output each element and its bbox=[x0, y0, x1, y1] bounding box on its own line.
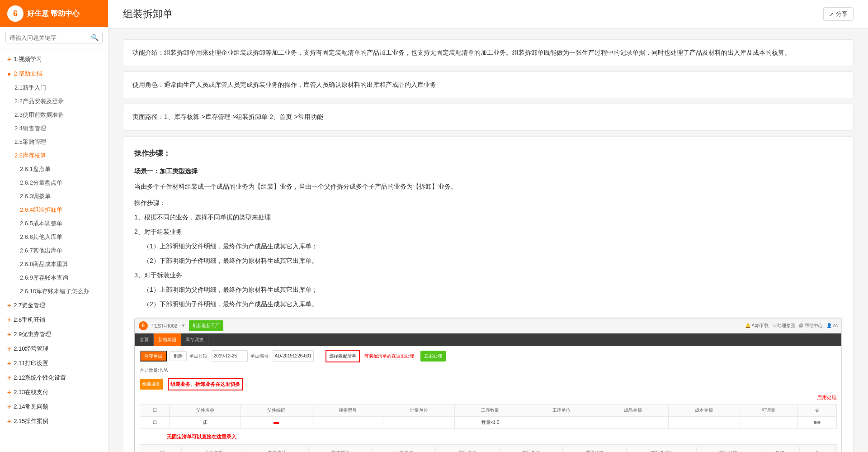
mock-td-unit2 bbox=[526, 417, 597, 429]
sidebar-item-docs-2-7[interactable]: + 2.7资金管理 bbox=[0, 298, 108, 313]
mock-th-3: 规格型号 bbox=[312, 404, 383, 417]
intro-block: 功能介绍：组装拆卸单用来处理企业组装或拆卸等加工业务，支持有固定装配清单的产品加… bbox=[123, 39, 854, 66]
sidebar: 6 好生意 帮助中心 🔍 + 1.视频学习 ● 2.帮助文档 2.1新手入门 2… bbox=[0, 0, 108, 452]
mock-annotation2-text: 组装业务、拆卸业务在这里切换 bbox=[168, 378, 243, 390]
sidebar-item-docs-2-6-10[interactable]: 2.6.10库存账本错了怎么办 bbox=[0, 285, 108, 298]
expand-icon: + bbox=[7, 316, 11, 324]
search-input-wrap[interactable]: 🔍 bbox=[5, 32, 103, 43]
path-text: 页面路径：1、库存核算->库存管理->组装拆卸单 2、首页->常用功能 bbox=[132, 113, 323, 120]
mock-tab-active[interactable]: 新增单据 bbox=[154, 333, 181, 346]
sidebar-header: 6 好生意 帮助中心 bbox=[0, 0, 108, 27]
intro-text: 功能介绍：组装拆卸单用来处理企业组装或拆卸等加工业务，支持有固定装配清单的产品加… bbox=[132, 49, 791, 56]
sidebar-sub-label: 2.6.4组装拆卸单 bbox=[20, 206, 62, 213]
sidebar-item-docs-2-11[interactable]: + 2.11打印设置 bbox=[0, 356, 108, 371]
mock-annotation-btn: 选择装配清单 bbox=[326, 350, 360, 362]
mock-highlight-input[interactable] bbox=[274, 422, 279, 424]
sidebar-item-docs-2-6-3[interactable]: 2.6.3调拨单 bbox=[0, 190, 108, 203]
sidebar-item-docs-2-6-parent[interactable]: 2.6库存核算 bbox=[0, 149, 108, 162]
mock-sub-table-section: ☐ 子件名称 数量统计 规格型号 计量单位 实际单位 实际备注 费用分摊 实际备 bbox=[140, 444, 837, 452]
search-input[interactable] bbox=[9, 34, 91, 41]
mock-tab-home[interactable]: 首页 bbox=[135, 333, 154, 346]
expand-icon: + bbox=[7, 389, 11, 396]
sidebar-item-docs-2-13[interactable]: + 2.13在线支付 bbox=[0, 385, 108, 400]
sidebar-item-docs-2-6-2[interactable]: 2.6.2分量盘点单 bbox=[0, 176, 108, 190]
share-button[interactable]: ↗ 分享 bbox=[823, 7, 854, 21]
search-box: 🔍 bbox=[0, 27, 108, 48]
sidebar-item-docs-2-6-1[interactable]: 2.6.1盘点单 bbox=[0, 162, 108, 176]
page-title: 组装拆卸单 bbox=[123, 7, 173, 21]
sidebar-item-docs-2-6-8[interactable]: 2.6.8商品成本重算 bbox=[0, 257, 108, 271]
mock-sub-th-6: 实际备注 bbox=[499, 447, 562, 452]
sidebar-item-docs-2-6-7[interactable]: 2.6.7其他出库单 bbox=[0, 244, 108, 257]
sidebar-sub-label: 2.6.5成本调整单 bbox=[20, 220, 62, 227]
sidebar-sub-label: 2.6.9库存账本查询 bbox=[20, 274, 68, 281]
mock-tab-list[interactable]: 库存调拨 bbox=[181, 333, 208, 346]
sidebar-item-docs-2-6-4[interactable]: 2.6.4组装拆卸单 bbox=[0, 203, 108, 217]
mock-th-7: 成品金额 bbox=[597, 404, 669, 417]
mock-td-unit bbox=[383, 417, 455, 429]
mock-td-check: ☐ bbox=[140, 417, 170, 429]
sidebar-item-docs[interactable]: ● 2.帮助文档 bbox=[0, 67, 108, 81]
mock-enable-btn[interactable]: 立案处理 bbox=[420, 351, 446, 362]
ops-heading: 操作步骤： bbox=[134, 146, 842, 161]
sidebar-item-docs-2-2[interactable]: 2.2产品安装及登录 bbox=[0, 95, 108, 108]
app-logo: 6 bbox=[7, 5, 24, 22]
expand-icon: + bbox=[7, 360, 11, 367]
sidebar-item-docs-2-9[interactable]: + 2.9优惠券管理 bbox=[0, 327, 108, 342]
sidebar-item-docs-2-8[interactable]: + 2.8手机旺铺 bbox=[0, 313, 108, 327]
mock-app-window: 6 TEST-H002 ▼ 刷新最新工厂 🔔 App下载 ☆助理接受 @ 帮助中… bbox=[135, 318, 842, 452]
search-icon[interactable]: 🔍 bbox=[91, 34, 99, 41]
sidebar-sub-label: 2.2产品安装及登录 bbox=[14, 98, 64, 105]
sidebar-item-docs-2-6-5[interactable]: 2.6.5成本调整单 bbox=[0, 217, 108, 230]
sidebar-item-label: 2.11打印设置 bbox=[14, 359, 48, 367]
scene1-desc: 当由多个子件材料组装成一个成品的业务为【组装】业务，当由一个父件拆分成多个子产品… bbox=[134, 180, 842, 193]
share-icon: ↗ bbox=[829, 11, 834, 18]
mock-sub-th-10: 价格 bbox=[760, 447, 799, 452]
sidebar-item-docs-2-15[interactable]: + 2.15操作案例 bbox=[0, 414, 108, 428]
sidebar-sub-label: 2.6库存核算 bbox=[14, 152, 46, 159]
mock-td-avail bbox=[740, 417, 797, 429]
sidebar-item-label: 2.帮助文档 bbox=[14, 70, 42, 78]
mock-annotation3-wrap: 启用处理 bbox=[140, 392, 837, 402]
mock-nav-icons: 🔔 App下载 ☆助理接受 @ 帮助中心 👤 cc bbox=[745, 321, 838, 330]
sidebar-item-docs-2-14[interactable]: + 2.14常见问题 bbox=[0, 400, 108, 414]
sidebar-item-docs-2-4[interactable]: 2.4销售管理 bbox=[0, 122, 108, 135]
sidebar-item-label: 2.9优惠券管理 bbox=[14, 330, 51, 338]
sidebar-sub-label: 2.6.7其他出库单 bbox=[20, 247, 62, 254]
sidebar-item-docs-2-3[interactable]: 2.3使用前数据准备 bbox=[0, 108, 108, 122]
mock-annotation1-text: 有装配清单的在这里处理 bbox=[364, 352, 414, 361]
role-text: 使用角色：通常由生产人员或库管人员完成拆装业务的操作，库管人员确认原材料的出库和… bbox=[132, 81, 436, 88]
step2-1: （1）上部明细为父件明细，最终作为产成品生成其它入库单； bbox=[134, 240, 842, 252]
mock-th-1: 父件名称 bbox=[170, 404, 241, 417]
sidebar-item-label: 1.视频学习 bbox=[14, 55, 42, 63]
sidebar-item-video[interactable]: + 1.视频学习 bbox=[0, 52, 108, 67]
sidebar-sub-label: 2.6.8商品成本重算 bbox=[20, 261, 68, 267]
mock-btn-save[interactable]: 保存单据 bbox=[140, 351, 167, 362]
mock-app-tabs: 首页 新增单据 库存调拨 bbox=[135, 333, 841, 346]
mock-sub-th-check: ☐ bbox=[142, 447, 182, 452]
sidebar-sub-label: 2.6.1盘点单 bbox=[20, 166, 51, 172]
collapse-icon: ● bbox=[7, 70, 11, 77]
sidebar-item-docs-2-1[interactable]: 2.1新手入门 bbox=[0, 81, 108, 95]
sidebar-item-docs-2-6-9[interactable]: 2.6.9库存账本查询 bbox=[0, 271, 108, 285]
mock-sub-th-8: 实际备注2 bbox=[626, 447, 696, 452]
sidebar-item-docs-2-5[interactable]: 2.5采购管理 bbox=[0, 135, 108, 149]
mock-sub-th-4: 计量单位 bbox=[372, 447, 435, 452]
mock-sub-th-1: 子件名称 bbox=[182, 447, 245, 452]
mock-btn-delete[interactable]: 删除 bbox=[170, 351, 187, 361]
sidebar-item-docs-2-12[interactable]: + 2.12系统个性化设置 bbox=[0, 371, 108, 385]
content-area: 功能介绍：组装拆卸单用来处理企业组装或拆卸等加工业务，支持有固定装配清单的产品加… bbox=[108, 29, 868, 452]
mock-date-val: 2019-12-26 bbox=[212, 350, 248, 362]
mock-content: 保存单据 删除 单据日期: 2019-12-26 单据编号: AD-201912… bbox=[135, 346, 841, 452]
mock-section-row: 组装业务 组装业务、拆卸业务在这里切换 bbox=[140, 378, 837, 390]
sidebar-item-docs-2-6-6[interactable]: 2.6.6其他入库单 bbox=[0, 230, 108, 244]
sidebar-sub-label: 2.6.3调拨单 bbox=[20, 193, 51, 200]
mock-th-9: 可调量 bbox=[740, 404, 797, 417]
sidebar-item-docs-2-10[interactable]: + 2.10经营管理 bbox=[0, 342, 108, 356]
mock-annotation3: 启用处理 bbox=[817, 392, 837, 402]
mock-main-table: ☐ 父件名称 父件编码 规格型号 计量单位 工序数量 工序单位 成品金额 成本金… bbox=[140, 404, 837, 429]
sidebar-sub-label: 2.6.10库存账本错了怎么办 bbox=[20, 288, 89, 295]
mock-refresh-btn[interactable]: 刷新最新工厂 bbox=[189, 320, 223, 331]
mock-sub-header: ☐ 子件名称 数量统计 规格型号 计量单位 实际单位 实际备注 费用分摊 实际备 bbox=[142, 447, 835, 452]
mock-sub-th-9: 实际分摊 bbox=[697, 447, 760, 452]
